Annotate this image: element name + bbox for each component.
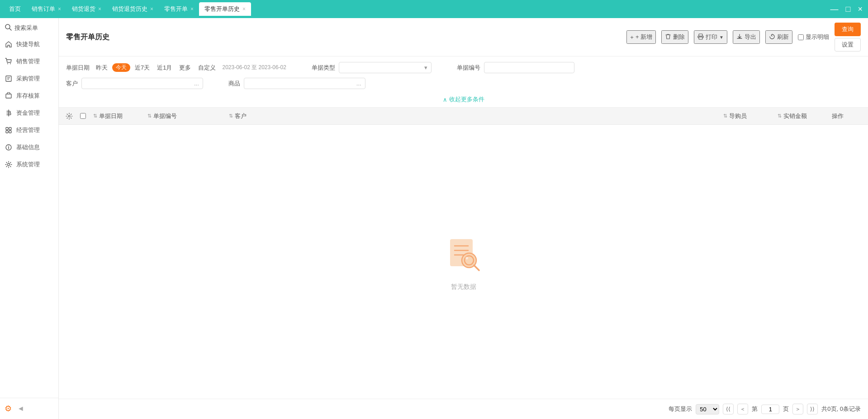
th-date[interactable]: ⇅ 单据日期 <box>90 112 144 120</box>
tab-sales-order-close[interactable]: × <box>58 6 61 12</box>
display-detail-checkbox[interactable]: 显示明细 <box>798 33 829 41</box>
sidebar-item-inventory[interactable]: 库存核算 <box>0 87 58 104</box>
order-type-label: 单据类型 <box>312 64 335 72</box>
sidebar-item-sales-label: 销售管理 <box>16 57 40 66</box>
sidebar-item-quick-nav[interactable]: 快捷导航 <box>0 36 58 53</box>
tab-retail-open-label: 零售开单 <box>164 5 188 13</box>
sort-icon: ⇅ <box>93 113 97 119</box>
finance-icon <box>5 109 13 117</box>
svg-line-1 <box>9 28 11 30</box>
date-opt-more[interactable]: 更多 <box>176 63 194 73</box>
sidebar-item-sales-mgmt[interactable]: 销售管理 <box>0 53 58 70</box>
tab-sales-order[interactable]: 销售订单 × <box>26 2 66 16</box>
per-page-select[interactable]: 50 10 20 100 <box>696 404 719 414</box>
customer-select[interactable]: ... <box>81 78 203 89</box>
date-opt-yesterday[interactable]: 昨天 <box>93 63 110 73</box>
add-button[interactable]: + + 新增 <box>626 30 656 44</box>
refresh-button[interactable]: 刷新 <box>765 30 792 44</box>
filter-row-2: 客户 ... 商品 ... <box>66 78 861 89</box>
th-guide[interactable]: ⇅ 导购员 <box>720 112 774 120</box>
tab-home[interactable]: 首页 <box>4 2 26 16</box>
sidebar-item-finance-label: 资金管理 <box>16 109 40 117</box>
first-page-button[interactable]: ⟨⟨ <box>723 404 734 414</box>
svg-rect-8 <box>6 127 8 130</box>
select-all-checkbox[interactable] <box>76 113 90 119</box>
order-no-input[interactable] <box>484 62 574 73</box>
svg-rect-9 <box>9 127 11 130</box>
sidebar-item-quick-nav-label: 快捷导航 <box>16 40 40 48</box>
tab-retail-history-label: 零售开单历史 <box>204 5 240 13</box>
tab-retail-open-close[interactable]: × <box>190 6 194 12</box>
last-page-button[interactable]: ⟩⟩ <box>807 404 818 414</box>
column-settings-button[interactable] <box>62 113 76 120</box>
prev-page-button[interactable]: ＜ <box>737 404 748 414</box>
sidebar-item-purchase-label: 采购管理 <box>16 75 40 83</box>
svg-point-2 <box>7 63 8 64</box>
print-dropdown-icon: ▼ <box>719 35 724 40</box>
collapse-icon[interactable]: ◄ <box>17 405 24 413</box>
add-icon: + <box>630 34 634 41</box>
date-opt-today[interactable]: 今天 <box>112 63 130 72</box>
empty-text: 暂无数据 <box>451 283 476 291</box>
delete-icon <box>665 33 671 41</box>
sidebar-item-basic-info-label: 基础信息 <box>16 143 40 151</box>
toolbar: 零售开单历史 + + 新增 删除 <box>59 18 868 56</box>
th-customer[interactable]: ⇅ 客户 <box>225 112 720 120</box>
sort-icon-5: ⇅ <box>778 113 782 119</box>
delete-button[interactable]: 删除 <box>661 30 688 44</box>
select-all-input[interactable] <box>80 113 86 119</box>
sidebar-item-finance[interactable]: 资金管理 <box>0 104 58 122</box>
tab-sales-return-history[interactable]: 销货退货历史 × <box>107 2 159 16</box>
table-header: ⇅ 单据日期 ⇅ 单据编号 ⇅ 客户 ⇅ 导购员 ⇅ 实销金额 <box>59 108 868 125</box>
next-page-button[interactable]: ＞ <box>792 404 803 414</box>
order-type-select[interactable]: ▾ <box>339 62 432 73</box>
tab-retail-history[interactable]: 零售开单历史 × <box>199 2 251 16</box>
window-minimize[interactable]: — <box>829 5 840 14</box>
date-label: 单据日期 <box>66 64 90 72</box>
display-detail-input[interactable] <box>798 34 804 40</box>
window-controls: — □ × <box>829 5 864 14</box>
date-opt-custom[interactable]: 自定义 <box>195 63 218 73</box>
th-order-no[interactable]: ⇅ 单据编号 <box>144 112 225 120</box>
th-amount[interactable]: ⇅ 实销金额 <box>774 112 828 120</box>
top-tab-bar: 首页 销售订单 × 销货退货 × 销货退货历史 × 零售开单 × 零售开单历史 … <box>0 0 868 18</box>
toolbar-actions: + + 新增 删除 <box>626 23 861 52</box>
date-opt-7days[interactable]: 近7天 <box>132 63 152 73</box>
cart-icon <box>5 57 13 66</box>
window-close[interactable]: × <box>856 5 864 14</box>
export-button[interactable]: 导出 <box>733 30 760 44</box>
sidebar: 搜索采单 快捷导航 销售管理 <box>0 18 59 419</box>
sidebar-item-basic-info[interactable]: 基础信息 <box>0 139 58 156</box>
page-unit: 页 <box>783 405 789 413</box>
collapse-button[interactable]: ∧ 收起更多条件 <box>66 94 861 105</box>
tab-sales-return-close[interactable]: × <box>98 6 101 12</box>
sidebar-item-purchase-mgmt[interactable]: 采购管理 <box>0 70 58 87</box>
content-area: 零售开单历史 + + 新增 删除 <box>59 18 868 419</box>
svg-rect-7 <box>6 94 11 98</box>
goods-select[interactable]: ... <box>244 78 365 89</box>
sidebar-bottom: ⚙ ◄ <box>0 398 58 419</box>
tab-sales-return-history-close[interactable]: × <box>150 6 153 12</box>
window-maximize[interactable]: □ <box>844 5 853 14</box>
tab-sales-return[interactable]: 销货退货 × <box>66 2 107 16</box>
page-label: 第 <box>752 405 758 413</box>
tab-retail-history-close[interactable]: × <box>242 6 246 12</box>
chevron-up-icon: ∧ <box>443 96 447 103</box>
settings-icon[interactable]: ⚙ <box>5 404 12 414</box>
sidebar-item-operations[interactable]: 经营管理 <box>0 122 58 139</box>
order-no-label: 单据编号 <box>457 64 480 72</box>
sidebar-search[interactable]: 搜索采单 <box>0 18 58 36</box>
purchase-icon <box>5 75 13 83</box>
tab-retail-open[interactable]: 零售开单 × <box>159 2 199 16</box>
filter-settings-button[interactable]: 设置 <box>835 38 861 52</box>
sidebar-item-system[interactable]: 系统管理 <box>0 156 58 173</box>
page-input[interactable] <box>761 405 779 414</box>
customer-label: 客户 <box>66 80 78 88</box>
query-button[interactable]: 查询 <box>835 23 861 36</box>
sidebar-item-operations-label: 经营管理 <box>16 126 40 134</box>
date-opt-1month[interactable]: 近1月 <box>154 63 175 73</box>
search-icon <box>5 24 12 32</box>
svg-rect-16 <box>699 34 702 36</box>
svg-point-15 <box>8 164 10 166</box>
print-button[interactable]: 打印 ▼ <box>694 30 727 44</box>
